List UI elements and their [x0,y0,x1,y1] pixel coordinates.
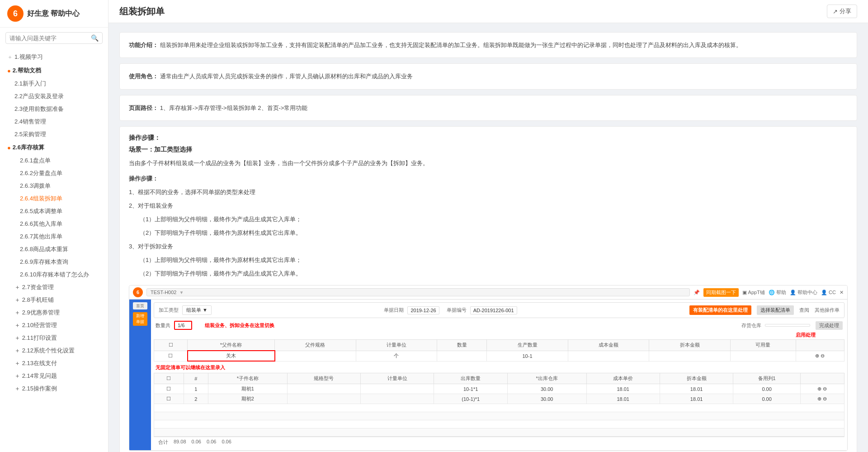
top-bar: 组装拆卸单 ↗ 分享 [108,0,868,23]
share-label: 分享 [840,7,851,15]
plus-icon10: ＋ [14,372,20,379]
mock-url-arrow: ▼ [179,290,184,295]
sidebar-item-video[interactable]: ＋ 1.视频学习 [0,50,108,64]
sidebar-item-custom[interactable]: ＋ 2.12系统个性化设置 [0,344,108,357]
sidebar-item-cases[interactable]: ＋ 2.15操作案例 [0,382,108,395]
mock-refresh-icon: 同期截图一下 [703,288,739,297]
mock-close-icon: ✕ [840,290,844,295]
mock-bth-warehouse: *出库仓库 [507,373,586,384]
logo-icon: 6 [7,5,24,22]
sidebar-item-stock-error[interactable]: 2.6.10库存账本错了怎么办 [0,268,108,281]
mock-footer-val1: 89.08 [174,439,186,446]
sidebar-item-other-out[interactable]: 2.6.7其他出库单 [0,230,108,243]
mock-apps-icon: ▣ AppT铺 [742,289,765,296]
sidebar-item-mobile[interactable]: ＋ 2.8手机旺铺 [0,294,108,306]
role-text: 通常由生产人员或库管人员完成拆装业务的操作，库管人员确认原材料的出库和产成品的入… [160,73,413,80]
mock-annotation-4: 无固定清单可以继续在这里录入 [154,363,844,372]
sidebar-item-label: 2.6库存核算 [13,143,44,152]
mock-th-avail: 可用量 [730,340,796,351]
nav-tree: ＋ 1.视频学习 ● 2.帮助文档 2.1新手入门 2.2产品安装及登录 2.3… [0,48,108,452]
mock-bth-spare: 备用列1 [733,373,801,384]
sub-item-label: 2.6.9库存账本查询 [20,258,68,265]
search-icon[interactable]: 🔍 [91,34,99,42]
mock-td-name: 关木 [188,351,275,361]
sub-item-label: 2.6.1盘点单 [20,157,51,164]
mock-annotation-row: 启用处理 [154,332,844,338]
mock-count-input: 1/6 [174,321,192,330]
mock-annotation-2: 组装业务、拆卸业务在这里切换 [205,322,274,329]
mock-td-unit: 个 [356,351,437,361]
mock-date-value: 2019-12-26 [407,306,439,314]
ops-box: 操作步骤： 场景一：加工类型选择 当由多个子件材料组装成一个成品的业务为【组装】… [119,126,857,452]
plus-icon8: ＋ [14,347,20,354]
screenshot-container: 6 TEST-H002 ▼ 📌 同期截图一下 ▣ AppT铺 🌐 帮助 👤 帮助… [129,285,848,451]
mock-browser-bar: 6 TEST-H002 ▼ 📌 同期截图一下 ▣ AppT铺 🌐 帮助 👤 帮助… [129,285,847,300]
mock-bth-name: *子件名称 [208,373,288,384]
sidebar-item-split-stock[interactable]: 2.6.2分量盘点单 [0,167,108,180]
table-row: ☐ 1 期初1 10-1*1 30.00 18.01 18.01 [154,384,844,394]
scenario1-desc: 当由多个子件材料组装成一个成品的业务为【组装】业务，当由一个父件拆分成多个子产品… [129,157,848,169]
sidebar-item-operation[interactable]: ＋ 2.10经营管理 [0,319,108,332]
sidebar-item-coupon[interactable]: ＋ 2.9优惠券管理 [0,306,108,319]
sidebar-item-cost-adjust[interactable]: 2.6.5成本调整单 [0,205,108,218]
sub-item-label: 2.6.5成本调整单 [20,208,62,214]
plus-icon11: ＋ [14,385,20,392]
mock-th-spec: 父件规格 [275,340,356,351]
sub-item-label: 2.12系统个性化设置 [22,347,75,354]
sub-item-label: 2.9优惠券管理 [22,309,60,316]
sidebar-item-purchase[interactable]: 2.5采购管理 [0,128,108,141]
sidebar-item-assemble[interactable]: 2.6.4组装拆卸单 [0,192,108,205]
mock-footer-val2: 0.06 [192,439,201,446]
plus-icon7: ＋ [14,334,20,341]
sub-item-label: 2.6.7其他出库单 [20,233,62,240]
search-box[interactable]: 🔍 [5,32,103,44]
search-input[interactable] [9,35,91,42]
share-icon: ↗ [833,8,838,15]
mock-user-icon: 👤 帮助中心 [790,289,817,296]
sidebar-item-sales[interactable]: 2.4销售管理 [0,115,108,128]
sidebar-item-finance[interactable]: ＋ 2.7资金管理 [0,281,108,294]
main-area: 组装拆卸单 ↗ 分享 功能介绍： 组装拆卸单用来处理企业组装或拆卸等加工业务，支… [108,0,868,452]
mock-extra-btn: 查阅 [799,307,809,314]
sidebar-item-install[interactable]: 2.2产品安装及登录 [0,90,108,103]
role-label: 使用角色： [129,73,158,80]
sidebar-item-data[interactable]: 2.3使用前数据准备 [0,103,108,115]
sidebar-item-inventory[interactable]: ● 2.6库存核算 [0,141,108,154]
share-button[interactable]: ↗ 分享 [827,5,857,18]
sidebar-item-print[interactable]: ＋ 2.11打印设置 [0,332,108,344]
table-row [154,420,844,428]
mock-td-discount [649,351,731,361]
mock-bth-checkbox: ☐ [154,373,184,384]
plus-icon9: ＋ [14,360,20,366]
path-label: 页面路径： [129,105,158,111]
mock-nav-icons: 📌 同期截图一下 ▣ AppT铺 🌐 帮助 👤 帮助中心 👤 CC ✕ [693,288,844,297]
mock-td-checkbox: ☐ [154,351,188,361]
sidebar-item-stock-query[interactable]: 2.6.9库存账本查询 [0,256,108,268]
sub-item-label: 2.15操作案例 [22,385,57,392]
sidebar-item-docs[interactable]: ● 2.帮助文档 [0,64,108,77]
sidebar-item-faq[interactable]: ＋ 2.14常见问题 [0,370,108,382]
mock-help-icon: 🌐 帮助 [769,289,786,296]
mock-docno-value: AD-20191226-001 [470,306,517,314]
path-box: 页面路径： 1、库存核算->库存管理->组装拆卸单 2、首页->常用功能 [119,95,857,121]
sidebar-item-cost-recalc[interactable]: 2.6.8商品成本重算 [0,243,108,256]
mock-bottom-table: ☐ # *子件名称 规格型号 计量单位 出库数量 *出库仓库 成本单价 折本金额 [154,373,844,437]
mock-th-prodqty: 生产数量 [487,340,568,351]
mock-bth-discamt: 折本金额 [660,373,733,384]
sidebar-item-online-pay[interactable]: ＋ 2.13在线支付 [0,357,108,370]
sidebar-header: 6 好生意 帮助中心 [0,0,108,28]
sidebar-item-newbie[interactable]: 2.1新手入门 [0,77,108,90]
mock-td-cost [568,351,649,361]
table-row [154,404,844,412]
mock-td-ops: ⊕ ⊖ [796,351,844,361]
sidebar-item-other-in[interactable]: 2.6.6其他入库单 [0,218,108,230]
mock-bth-unitcost: 成本单价 [586,373,660,384]
sidebar-item-stocktake[interactable]: 2.6.1盘点单 [0,154,108,167]
mock-count-label: 数量共 [156,322,170,329]
mock-bottom-table-container: ☐ # *子件名称 规格型号 计量单位 出库数量 *出库仓库 成本单价 折本金额 [154,373,844,437]
table-row [154,428,844,437]
sub-item-label: 2.11打印设置 [22,334,57,341]
sidebar-item-adjust[interactable]: 2.6.3调拨单 [0,180,108,192]
mock-th-checkbox: ☐ [154,340,188,351]
sub-item-label: 2.6.6其他入库单 [20,220,62,227]
